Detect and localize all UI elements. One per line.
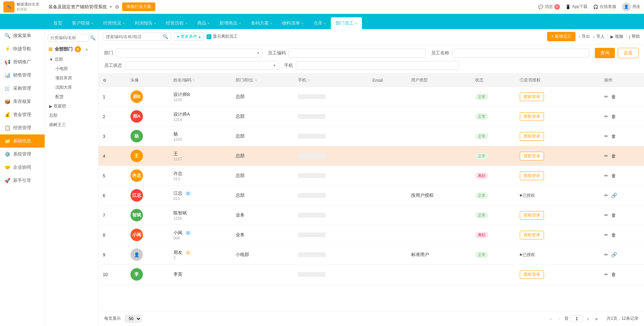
tab-profit[interactable]: 利润报告 × bbox=[130, 17, 161, 29]
gear-icon[interactable]: ⚙ bbox=[115, 4, 119, 10]
tab-goods[interactable]: 商品 × bbox=[192, 17, 215, 29]
emp-name-input[interactable] bbox=[452, 49, 589, 58]
online-service-button[interactable]: 🎧 在线客服 bbox=[593, 4, 616, 10]
page-size-select[interactable]: 50 bbox=[125, 315, 142, 323]
edit-button[interactable]: ✏ bbox=[604, 212, 608, 218]
last-page-button[interactable]: » bbox=[593, 315, 600, 322]
tab-warehouse[interactable]: 仓库 × bbox=[309, 17, 331, 29]
close-icon[interactable]: × bbox=[239, 21, 241, 25]
close-icon[interactable]: × bbox=[91, 21, 93, 25]
edit-button[interactable]: ✏ bbox=[604, 193, 608, 198]
query-button[interactable]: 查询 bbox=[595, 48, 615, 58]
close-icon[interactable]: × bbox=[208, 21, 210, 25]
delete-button[interactable]: 🗑 bbox=[611, 232, 616, 238]
edit-button[interactable]: ✏ bbox=[604, 133, 608, 139]
close-icon[interactable]: × bbox=[154, 21, 156, 25]
sidebar-item-marketing[interactable]: 📢 营销推广 bbox=[0, 55, 45, 69]
dept-item-shuangting[interactable]: ▶ 双庭想 bbox=[46, 102, 97, 111]
delete-button[interactable]: 🗑 bbox=[611, 272, 616, 277]
tab-customer[interactable]: 客户联络 × bbox=[67, 17, 98, 29]
status-select[interactable]: ▾ bbox=[125, 61, 279, 70]
close-icon[interactable]: × bbox=[123, 21, 125, 25]
auth-login-button[interactable]: 授权登录 bbox=[520, 152, 544, 160]
edit-button[interactable]: ✏ bbox=[604, 252, 608, 257]
first-page-button[interactable]: « bbox=[547, 315, 554, 322]
dept-item-shenyang[interactable]: 沈阳大库 bbox=[53, 83, 97, 92]
sidebar-item-manage[interactable]: 📋 经营管理 bbox=[0, 121, 45, 134]
close-icon[interactable]: × bbox=[324, 21, 326, 25]
col-name[interactable]: 姓名/编码 ⇅ bbox=[169, 74, 232, 87]
delete-button[interactable]: 🗑 bbox=[611, 94, 616, 99]
show-leave-checkbox[interactable]: ✓ 显示离职员工 bbox=[207, 34, 238, 39]
dept-item-small-elec[interactable]: 小电部 bbox=[53, 64, 97, 73]
close-icon[interactable]: × bbox=[270, 21, 272, 25]
dept-item-head[interactable]: ▼ 总部 bbox=[46, 55, 97, 64]
tab-barcode[interactable]: 条码方案 × bbox=[246, 17, 277, 29]
edit-button[interactable]: ✏ bbox=[604, 94, 608, 99]
sidebar-item-nav[interactable]: ⚡ 快捷导航 bbox=[0, 42, 45, 55]
sidebar-item-search[interactable]: 🔍 搜索菜单 bbox=[0, 29, 45, 42]
close-icon[interactable]: × bbox=[185, 21, 187, 25]
dept-item-general[interactable]: 总部 bbox=[46, 111, 97, 120]
set-button[interactable]: 设置 bbox=[618, 48, 638, 58]
sidebar-item-purchase[interactable]: 🛒 采购管理 bbox=[0, 82, 45, 95]
close-icon[interactable]: × bbox=[301, 21, 303, 25]
phone-input[interactable] bbox=[296, 61, 459, 70]
edit-button[interactable]: ✏ bbox=[604, 272, 608, 277]
trial-button[interactable]: 体验行业方案 bbox=[122, 2, 155, 11]
tab-home[interactable]: 首页 bbox=[48, 17, 67, 29]
sidebar-item-collab[interactable]: 🤝 企业协同 bbox=[0, 161, 45, 174]
sidebar-item-finance[interactable]: 💰 资金管理 bbox=[0, 108, 45, 121]
delete-button[interactable]: 🔗 bbox=[611, 252, 617, 257]
auth-login-button[interactable]: 授权登录 bbox=[520, 270, 544, 279]
dept-select[interactable]: ▾ bbox=[116, 49, 262, 58]
edit-button[interactable]: ✏ bbox=[604, 153, 608, 159]
delete-button[interactable]: 🗑 bbox=[611, 173, 616, 178]
delete-button[interactable]: 🗑 bbox=[611, 153, 616, 159]
prev-page-button[interactable]: ‹ bbox=[556, 315, 562, 322]
user-menu[interactable]: 👤 用友 bbox=[622, 2, 641, 11]
delete-button[interactable]: 🗑 bbox=[611, 133, 616, 139]
chevron-down-icon[interactable]: ▾ bbox=[110, 4, 112, 9]
sidebar-item-guide[interactable]: 🚀 新手引导 bbox=[0, 174, 45, 187]
tab-bom[interactable]: 物料清单 × bbox=[277, 17, 308, 29]
add-employee-button[interactable]: + 新增员工 bbox=[547, 32, 575, 41]
message-button[interactable]: 💬 消息 5 bbox=[538, 4, 560, 10]
edit-button[interactable]: ✏ bbox=[604, 114, 608, 119]
edit-button[interactable]: ✏ bbox=[604, 232, 608, 238]
page-number-input[interactable] bbox=[571, 315, 583, 322]
delete-button[interactable]: 🗑 bbox=[611, 212, 616, 218]
tab-operation[interactable]: 经营情况 × bbox=[98, 17, 129, 29]
auth-login-button[interactable]: 授权登录 bbox=[520, 132, 544, 141]
help-button[interactable]: | 帮助 bbox=[629, 34, 640, 39]
auth-login-button[interactable]: 授权登录 bbox=[520, 231, 544, 239]
dept-item-distribution[interactable]: 配货 bbox=[53, 92, 97, 102]
app-download-button[interactable]: 📱 App下载 bbox=[565, 4, 588, 10]
auth-login-button[interactable]: 授权登录 bbox=[520, 211, 544, 220]
close-icon[interactable]: × bbox=[355, 21, 357, 25]
export-button[interactable]: ↑ 导出 bbox=[578, 34, 590, 39]
dept-item-insert[interactable]: 插树王三 bbox=[46, 120, 97, 130]
next-page-button[interactable]: › bbox=[585, 315, 591, 322]
emp-code-input[interactable] bbox=[289, 49, 426, 58]
col-dept[interactable]: 部门/职位 ⇅ bbox=[232, 74, 294, 87]
dept-collapse-btn[interactable]: « bbox=[83, 46, 90, 53]
dept-search-input[interactable] bbox=[48, 34, 89, 42]
more-filter-button[interactable]: ▾ 更多条件 ▴ bbox=[174, 32, 204, 41]
dept-item-project[interactable]: 项目库房 bbox=[53, 73, 97, 83]
delete-button[interactable]: 🗑 bbox=[611, 114, 616, 119]
tab-history[interactable]: 经营历程 × bbox=[161, 17, 192, 29]
tab-add-goods[interactable]: 新增商品 × bbox=[215, 17, 246, 29]
edit-button[interactable]: ✏ bbox=[604, 173, 608, 178]
sidebar-item-system[interactable]: ⚙️ 系统管理 bbox=[0, 148, 45, 161]
tab-department[interactable]: 部门员工 × bbox=[331, 17, 362, 29]
auth-login-button[interactable]: 授权登录 bbox=[520, 171, 544, 180]
col-phone[interactable]: 手机 ⇅ bbox=[294, 74, 369, 87]
col-settings[interactable]: ⚙ bbox=[99, 74, 126, 87]
sidebar-item-sales[interactable]: 📊 销售管理 bbox=[0, 69, 45, 82]
sidebar-item-basic[interactable]: 📁 基础信息 bbox=[0, 134, 45, 148]
delete-button[interactable]: 🔗 bbox=[611, 193, 617, 198]
view-button[interactable]: ▶ 视频 bbox=[610, 34, 623, 39]
auth-login-button[interactable]: 授权登录 bbox=[520, 112, 544, 121]
import-button[interactable]: ↓ 导入 bbox=[593, 34, 605, 39]
